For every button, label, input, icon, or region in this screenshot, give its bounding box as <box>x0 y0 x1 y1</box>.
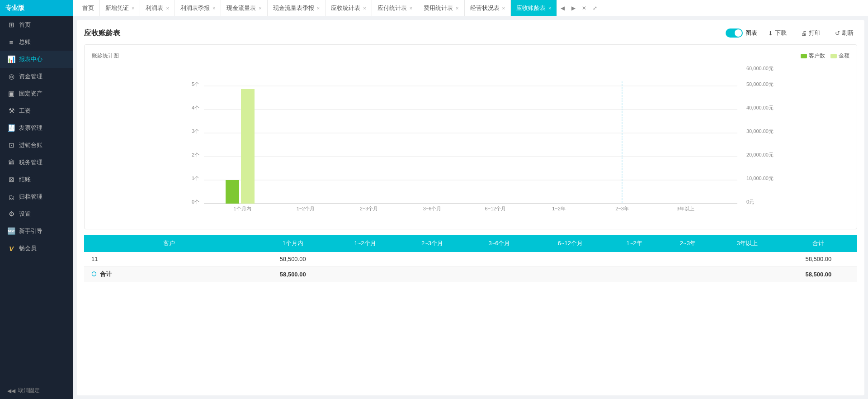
sidebar-item-home[interactable]: ⊞ 首页 <box>0 16 73 33</box>
tab-home[interactable]: 首页 <box>77 0 100 16</box>
tab-fullscreen-btn[interactable]: ⤢ <box>590 3 600 14</box>
sidebar-item-reports[interactable]: 📊 报表中心 <box>0 51 73 68</box>
sidebar-item-label: 总账 <box>19 38 31 46</box>
col-m4: 3~6个月 <box>466 235 533 252</box>
sidebar-item-stockbook[interactable]: ⊡ 进销台账 <box>0 137 73 154</box>
tab-close-profit[interactable]: × <box>166 5 169 11</box>
svg-text:4个: 4个 <box>192 105 199 110</box>
page-content: 应收账龄表 图表 ⬇ 下载 🖨 打印 ↺ 刷新 <box>77 20 864 395</box>
data-table: 客户 1个月内 1~2个月 2~3个月 3~6个月 6~12个月 1~2年 2~… <box>84 235 857 282</box>
svg-text:0元: 0元 <box>746 199 754 204</box>
footer-total: 58,500.00 <box>780 266 857 282</box>
tab-cashflow[interactable]: 现金流量表 × <box>221 0 267 16</box>
page-title: 应收账龄表 <box>84 28 120 38</box>
print-btn[interactable]: 🖨 打印 <box>797 27 824 39</box>
sidebar-item-label: 结账 <box>19 176 31 184</box>
print-icon: 🖨 <box>801 30 807 37</box>
svg-text:1个: 1个 <box>192 176 199 181</box>
svg-text:5个: 5个 <box>192 81 199 87</box>
tab-profit[interactable]: 利润表 × <box>140 0 175 16</box>
svg-text:1~2年: 1~2年 <box>552 206 566 211</box>
sidebar-item-label: 税务管理 <box>19 158 42 166</box>
col-m6: 1~2年 <box>608 235 661 252</box>
sidebar-item-ledger[interactable]: ≡ 总账 <box>0 33 73 51</box>
tab-prev-btn[interactable]: ◀ <box>557 3 568 14</box>
tab-close-business-stat[interactable]: × <box>502 5 505 11</box>
sidebar-item-label: 固定资产 <box>19 90 42 98</box>
svg-text:1~2个月: 1~2个月 <box>297 206 315 211</box>
home-icon: ⊞ <box>7 21 15 29</box>
footer-m6 <box>608 266 661 282</box>
tab-receivable-stat[interactable]: 应收统计表 × <box>326 0 372 16</box>
download-icon: ⬇ <box>768 30 773 37</box>
tax-icon: 🏛 <box>7 159 15 166</box>
sidebar-item-funds[interactable]: ◎ 资金管理 <box>0 68 73 85</box>
bar-amount-m1 <box>241 89 255 204</box>
sidebar-item-assets[interactable]: ▣ 固定资产 <box>0 85 73 102</box>
page-actions: 图表 ⬇ 下载 🖨 打印 ↺ 刷新 <box>726 27 857 39</box>
sidebar-item-label: 报表中心 <box>19 55 42 63</box>
chart-toggle[interactable] <box>726 28 743 38</box>
legend-customer-label: 客户数 <box>809 52 825 60</box>
tab-business-stat[interactable]: 经营状况表 × <box>465 0 511 16</box>
tab-close-payable-stat[interactable]: × <box>410 5 412 11</box>
footer-label: ⬡ 合计 <box>84 266 254 282</box>
table-row: 11 58,500.00 58,500.00 <box>84 252 857 266</box>
svg-text:3个: 3个 <box>192 128 199 134</box>
download-btn[interactable]: ⬇ 下载 <box>764 27 790 39</box>
collapse-icon: ◀◀ <box>7 388 15 394</box>
col-m5: 6~12个月 <box>533 235 608 252</box>
sidebar-item-archive[interactable]: 🗂 归档管理 <box>0 188 73 205</box>
tab-close-cashflow[interactable]: × <box>259 5 261 11</box>
sidebar-item-guide[interactable]: 🆕 新手引导 <box>0 223 73 240</box>
refresh-icon: ↺ <box>835 30 840 37</box>
tab-close-receivable-stat[interactable]: × <box>363 5 366 11</box>
tab-receivable-age[interactable]: 应收账龄表 × <box>511 0 557 16</box>
sidebar-item-closing[interactable]: ⊠ 结账 <box>0 171 73 188</box>
tab-voucher[interactable]: 新增凭证 × <box>100 0 140 16</box>
col-m8: 3年以上 <box>715 235 780 252</box>
svg-text:60,000.00元: 60,000.00元 <box>746 66 774 71</box>
tab-cashflow-quarter[interactable]: 现金流量表季报 × <box>268 0 326 16</box>
sidebar-item-salary[interactable]: ⚒ 工资 <box>0 102 73 119</box>
sidebar-item-tax[interactable]: 🏛 税务管理 <box>0 154 73 171</box>
cell-m3 <box>399 252 466 266</box>
footer-m8 <box>715 266 780 282</box>
main-content: 首页 新增凭证 × 利润表 × 利润表季报 × 现金流量表 × 现金流量表季报 … <box>73 0 868 399</box>
svg-text:6~12个月: 6~12个月 <box>485 206 506 211</box>
archive-icon: 🗂 <box>7 193 15 201</box>
tab-profit-quarter[interactable]: 利润表季报 × <box>175 0 221 16</box>
sidebar-item-label: 发票管理 <box>19 124 42 132</box>
ledger-icon: ≡ <box>7 38 15 46</box>
reports-icon: 📊 <box>7 55 15 63</box>
sidebar-item-vip[interactable]: V 畅会员 <box>0 240 73 257</box>
tab-close-cashflow-quarter[interactable]: × <box>317 5 320 11</box>
chart-toggle-wrap: 图表 <box>726 28 757 38</box>
chart-title: 账龄统计图 <box>92 52 849 60</box>
tab-close-profit-quarter[interactable]: × <box>212 5 215 11</box>
cell-customer: 11 <box>84 252 254 266</box>
cell-total: 58,500.00 <box>780 252 857 266</box>
chart-area: 账龄统计图 客户数 金额 0个 1个 2个 3个 4个 <box>84 44 857 229</box>
tab-payable-stat[interactable]: 应付统计表 × <box>372 0 418 16</box>
chart-legend: 客户数 金额 <box>801 52 849 60</box>
collapse-sidebar-btn[interactable]: ◀◀ 取消固定 <box>0 382 73 399</box>
cell-m6 <box>608 252 661 266</box>
tab-close-expense-stat[interactable]: × <box>456 5 458 11</box>
tab-next-btn[interactable]: ▶ <box>568 3 579 14</box>
sidebar-item-settings[interactable]: ⚙ 设置 <box>0 205 73 223</box>
col-m1: 1个月内 <box>254 235 331 252</box>
sidebar-item-invoice[interactable]: 🧾 发票管理 <box>0 119 73 137</box>
tab-expense-stat[interactable]: 费用统计表 × <box>418 0 464 16</box>
refresh-btn[interactable]: ↺ 刷新 <box>831 27 857 39</box>
sidebar: 专业版 ⊞ 首页 ≡ 总账 📊 报表中心 ◎ 资金管理 ▣ 固定资产 ⚒ 工资 … <box>0 0 73 399</box>
col-m7: 2~3年 <box>661 235 714 252</box>
svg-text:50,000.00元: 50,000.00元 <box>746 81 774 87</box>
sidebar-item-label: 首页 <box>19 21 31 29</box>
legend-amount-color <box>830 54 837 58</box>
tab-close-voucher[interactable]: × <box>132 5 134 11</box>
tab-close-all-btn[interactable]: ✕ <box>579 3 590 14</box>
tab-close-receivable-age[interactable]: × <box>548 5 551 11</box>
page-header: 应收账龄表 图表 ⬇ 下载 🖨 打印 ↺ 刷新 <box>84 27 857 39</box>
funds-icon: ◎ <box>7 72 15 81</box>
